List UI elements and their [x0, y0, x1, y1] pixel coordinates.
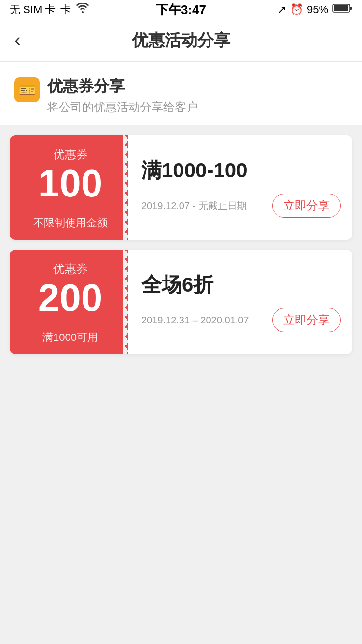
status-bar: 无 SIM 卡 卡 下午3:47 ↗ ⏰ 95% [0, 0, 362, 19]
location-icon: ↗ [278, 3, 286, 16]
coupon-condition-1: 不限制使用金额 [33, 216, 108, 230]
svg-rect-2 [334, 5, 348, 11]
coupon-list: 优惠券 100 不限制使用金额 满1000-100 2019.12.07 - 无… [0, 126, 362, 364]
coupon-bottom-2: 2019.12.31 – 2020.01.07 立即分享 [141, 308, 341, 332]
coupon-name-1: 满1000-100 [141, 157, 341, 184]
coupon-name-2: 全场6折 [141, 271, 341, 298]
coupon-date-2: 2019.12.31 – 2020.01.07 [141, 315, 267, 326]
section-subtitle: 将公司的优惠活动分享给客户 [47, 99, 198, 115]
sim-card-icon: 卡 [60, 2, 71, 17]
coupon-left-2: 优惠券 200 满1000可用 [10, 250, 128, 354]
section-title: 优惠券分享 [47, 76, 198, 97]
empty-area [0, 364, 362, 605]
status-left: 无 SIM 卡 卡 [10, 2, 89, 17]
wifi-icon [76, 3, 89, 16]
status-right: ↗ ⏰ 95% [278, 3, 352, 16]
coupon-divider-2 [17, 324, 123, 324]
page-title: 优惠活动分享 [132, 29, 230, 52]
section-icon: 🎫 [14, 77, 40, 102]
coupon-left-1: 优惠券 100 不限制使用金额 [10, 135, 128, 240]
section-text: 优惠券分享 将公司的优惠活动分享给客户 [47, 76, 198, 115]
coupon-bottom-1: 2019.12.07 - 无截止日期 立即分享 [141, 194, 341, 218]
coupon-label-1: 优惠券 [53, 147, 88, 162]
back-button[interactable]: ‹ [14, 30, 21, 51]
coupon-label-2: 优惠券 [53, 261, 88, 277]
coupon-divider-1 [17, 210, 123, 210]
section-header: 🎫 优惠券分享 将公司的优惠活动分享给客户 [0, 62, 362, 125]
coupon-amount-1: 100 [38, 164, 102, 203]
svg-rect-1 [350, 7, 352, 10]
nav-bar: ‹ 优惠活动分享 [0, 19, 362, 62]
coupon-right-1: 满1000-100 2019.12.07 - 无截止日期 立即分享 [128, 135, 352, 240]
share-button-2[interactable]: 立即分享 [272, 308, 341, 332]
status-time: 下午3:47 [156, 1, 206, 18]
coupon-card-1: 优惠券 100 不限制使用金额 满1000-100 2019.12.07 - 无… [10, 135, 352, 240]
coupon-card-2: 优惠券 200 满1000可用 全场6折 2019.12.31 – 2020.0… [10, 250, 352, 354]
coupon-condition-2: 满1000可用 [42, 330, 98, 345]
carrier-text: 无 SIM 卡 [10, 2, 56, 17]
battery-text: 95% [307, 3, 328, 16]
share-button-1[interactable]: 立即分享 [272, 194, 341, 218]
alarm-icon: ⏰ [290, 3, 303, 16]
coupon-amount-2: 200 [38, 279, 102, 317]
coupon-date-1: 2019.12.07 - 无截止日期 [141, 199, 267, 212]
battery-icon [332, 3, 352, 16]
coupon-right-2: 全场6折 2019.12.31 – 2020.01.07 立即分享 [128, 250, 352, 354]
